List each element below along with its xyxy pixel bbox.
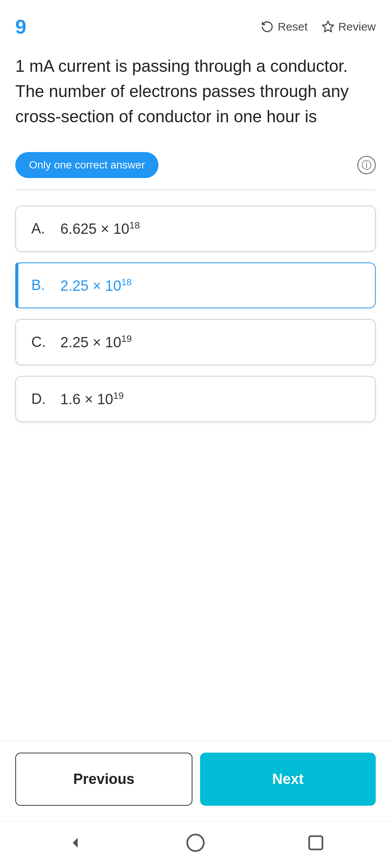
option-c[interactable]: C. 2.25 × 1019 <box>15 319 376 365</box>
svg-marker-1 <box>73 838 78 848</box>
question-text: 1 mA current is passing through a conduc… <box>15 53 376 129</box>
reset-label: Reset <box>278 20 307 33</box>
svg-rect-3 <box>309 836 322 850</box>
option-b-letter: B. <box>31 277 47 293</box>
svg-marker-0 <box>322 21 333 32</box>
bottom-nav: Previous Next <box>0 741 391 821</box>
option-c-text: 2.25 × 1019 <box>60 334 132 351</box>
svg-point-2 <box>187 834 204 851</box>
next-button[interactable]: Next <box>200 753 376 806</box>
review-label: Review <box>338 20 376 33</box>
previous-button[interactable]: Previous <box>15 753 192 806</box>
option-a-text: 6.625 × 1018 <box>60 220 140 237</box>
recents-nav-button[interactable] <box>306 833 326 853</box>
review-button[interactable]: Review <box>322 20 376 33</box>
option-c-letter: C. <box>31 334 47 350</box>
header-actions: Reset Review <box>261 20 376 33</box>
home-nav-button[interactable] <box>186 833 205 853</box>
question-header: 9 Reset Review <box>15 15 376 38</box>
system-nav <box>0 821 391 868</box>
square-recents-icon <box>306 833 326 853</box>
options-list: A. 6.625 × 1018 B. 2.25 × 1018 C. 2.25 ×… <box>15 206 376 422</box>
option-b-text: 2.25 × 1018 <box>60 277 132 294</box>
answer-type-badge: Only one correct answer <box>15 152 158 178</box>
info-icon[interactable]: ⓘ <box>357 156 376 174</box>
reset-button[interactable]: Reset <box>261 20 307 33</box>
option-b[interactable]: B. 2.25 × 1018 <box>15 262 376 309</box>
divider <box>15 189 376 190</box>
star-icon <box>322 20 334 33</box>
back-nav-button[interactable] <box>65 833 85 853</box>
option-a-letter: A. <box>31 220 47 237</box>
answer-type-row: Only one correct answer ⓘ <box>15 152 376 178</box>
option-d-letter: D. <box>31 391 47 407</box>
reset-icon <box>261 20 274 33</box>
triangle-back-icon <box>65 833 85 853</box>
option-d-text: 1.6 × 1019 <box>60 390 124 408</box>
question-number: 9 <box>15 15 26 38</box>
circle-home-icon <box>186 833 205 853</box>
option-a[interactable]: A. 6.625 × 1018 <box>15 206 376 252</box>
option-d[interactable]: D. 1.6 × 1019 <box>15 376 376 422</box>
